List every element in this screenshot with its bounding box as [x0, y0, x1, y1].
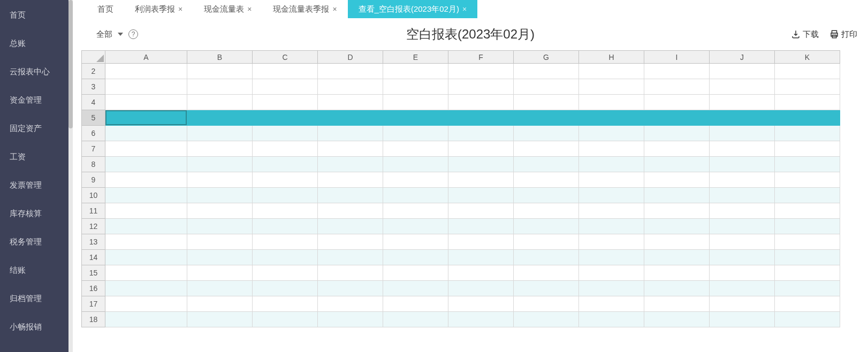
cell-I3[interactable] — [644, 79, 710, 95]
cell-I8[interactable] — [644, 157, 710, 172]
cell-I15[interactable] — [644, 265, 710, 281]
cell-K17[interactable] — [775, 296, 840, 312]
cell-H3[interactable] — [579, 79, 644, 95]
cell-E16[interactable] — [383, 281, 448, 296]
col-header-A[interactable]: A — [105, 51, 187, 64]
cell-H16[interactable] — [579, 281, 644, 296]
cell-J15[interactable] — [710, 265, 775, 281]
cell-D17[interactable] — [318, 296, 383, 312]
cell-K2[interactable] — [775, 64, 840, 79]
cell-G6[interactable] — [514, 126, 579, 141]
cell-C14[interactable] — [253, 250, 318, 265]
cell-F16[interactable] — [448, 281, 514, 296]
select-all-corner[interactable] — [82, 51, 105, 64]
cell-F11[interactable] — [448, 203, 514, 219]
cell-F3[interactable] — [448, 79, 514, 95]
cell-B5[interactable] — [187, 110, 253, 126]
cell-I18[interactable] — [644, 312, 710, 327]
cell-K5[interactable] — [775, 110, 840, 126]
cell-A11[interactable] — [105, 203, 187, 219]
cell-A2[interactable] — [105, 64, 187, 79]
cell-E7[interactable] — [383, 141, 448, 157]
cell-B3[interactable] — [187, 79, 253, 95]
cell-H12[interactable] — [579, 219, 644, 234]
cell-J18[interactable] — [710, 312, 775, 327]
tab-0[interactable]: 首页 — [87, 0, 124, 18]
cell-J13[interactable] — [710, 234, 775, 250]
cell-G17[interactable] — [514, 296, 579, 312]
cell-K3[interactable] — [775, 79, 840, 95]
row-header-9[interactable]: 9 — [82, 172, 105, 188]
cell-G18[interactable] — [514, 312, 579, 327]
cell-A3[interactable] — [105, 79, 187, 95]
cell-J7[interactable] — [710, 141, 775, 157]
cell-E17[interactable] — [383, 296, 448, 312]
cell-K12[interactable] — [775, 219, 840, 234]
cell-F18[interactable] — [448, 312, 514, 327]
cell-G11[interactable] — [514, 203, 579, 219]
tab-3[interactable]: 现金流量表季报× — [262, 0, 347, 18]
cell-H14[interactable] — [579, 250, 644, 265]
cell-H5[interactable] — [579, 110, 644, 126]
cell-G9[interactable] — [514, 172, 579, 188]
cell-A6[interactable] — [105, 126, 187, 141]
cell-E10[interactable] — [383, 188, 448, 203]
tab-1[interactable]: 利润表季报× — [124, 0, 193, 18]
cell-H18[interactable] — [579, 312, 644, 327]
cell-G14[interactable] — [514, 250, 579, 265]
cell-G5[interactable] — [514, 110, 579, 126]
row-header-14[interactable]: 14 — [82, 250, 105, 265]
cell-I9[interactable] — [644, 172, 710, 188]
cell-G8[interactable] — [514, 157, 579, 172]
cell-C7[interactable] — [253, 141, 318, 157]
cell-C16[interactable] — [253, 281, 318, 296]
close-icon[interactable]: × — [247, 5, 252, 13]
cell-F10[interactable] — [448, 188, 514, 203]
sidebar-item-2[interactable]: 云报表中心 — [0, 58, 68, 86]
cell-G4[interactable] — [514, 95, 579, 110]
cell-E12[interactable] — [383, 219, 448, 234]
cell-H13[interactable] — [579, 234, 644, 250]
cell-E14[interactable] — [383, 250, 448, 265]
cell-I11[interactable] — [644, 203, 710, 219]
cell-D18[interactable] — [318, 312, 383, 327]
sidebar-item-6[interactable]: 发票管理 — [0, 171, 68, 200]
cell-F17[interactable] — [448, 296, 514, 312]
cell-B12[interactable] — [187, 219, 253, 234]
row-header-12[interactable]: 12 — [82, 219, 105, 234]
row-header-4[interactable]: 4 — [82, 95, 105, 110]
cell-D6[interactable] — [318, 126, 383, 141]
cell-E8[interactable] — [383, 157, 448, 172]
cell-I17[interactable] — [644, 296, 710, 312]
cell-F8[interactable] — [448, 157, 514, 172]
cell-D11[interactable] — [318, 203, 383, 219]
cell-F7[interactable] — [448, 141, 514, 157]
tab-4[interactable]: 查看_空白报表(2023年02月)× — [348, 0, 478, 18]
cell-G10[interactable] — [514, 188, 579, 203]
cell-D9[interactable] — [318, 172, 383, 188]
row-header-6[interactable]: 6 — [82, 126, 105, 141]
cell-J9[interactable] — [710, 172, 775, 188]
cell-E6[interactable] — [383, 126, 448, 141]
sidebar-item-3[interactable]: 资金管理 — [0, 86, 68, 114]
cell-E13[interactable] — [383, 234, 448, 250]
spreadsheet[interactable]: ABCDEFGHIJK23456789101112131415161718 — [73, 50, 868, 352]
cell-H4[interactable] — [579, 95, 644, 110]
cell-A16[interactable] — [105, 281, 187, 296]
cell-C4[interactable] — [253, 95, 318, 110]
cell-H17[interactable] — [579, 296, 644, 312]
cell-H11[interactable] — [579, 203, 644, 219]
cell-C15[interactable] — [253, 265, 318, 281]
col-header-K[interactable]: K — [775, 51, 840, 64]
cell-H6[interactable] — [579, 126, 644, 141]
cell-K13[interactable] — [775, 234, 840, 250]
cell-C18[interactable] — [253, 312, 318, 327]
cell-A7[interactable] — [105, 141, 187, 157]
cell-C3[interactable] — [253, 79, 318, 95]
cell-C2[interactable] — [253, 64, 318, 79]
row-header-18[interactable]: 18 — [82, 312, 105, 327]
cell-K16[interactable] — [775, 281, 840, 296]
cell-D14[interactable] — [318, 250, 383, 265]
sidebar-item-11[interactable]: 小畅报销 — [0, 313, 68, 341]
cell-F5[interactable] — [448, 110, 514, 126]
